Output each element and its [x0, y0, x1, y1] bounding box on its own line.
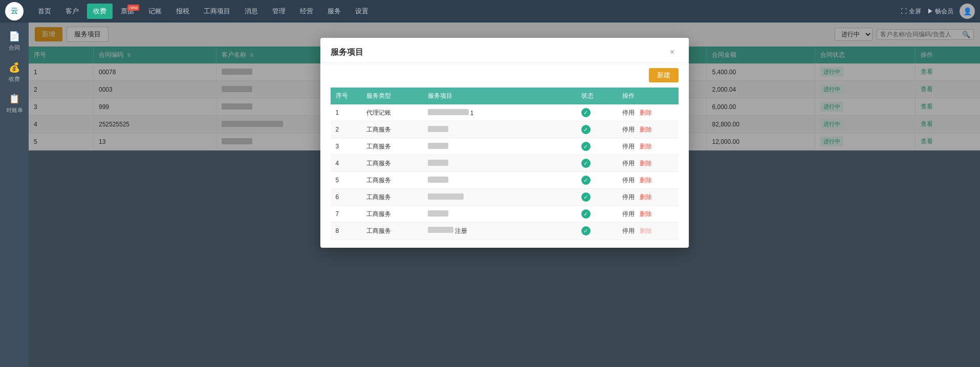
nav-items: 首页 客户 收费 票据 new 记账 报税 工商项目 消息 管理 经营 [32, 4, 901, 19]
status-check-icon: ✓ [581, 125, 591, 134]
modal-table-row: 4 工商服务 ✓ 停用 删除 [331, 155, 679, 172]
nav-customer[interactable]: 客户 [59, 4, 85, 19]
nav-settings[interactable]: 设置 [349, 4, 375, 19]
modal-cell-action: 停用 删除 [617, 223, 679, 240]
stop-button[interactable]: 停用 [622, 193, 635, 201]
delete-button[interactable]: 删除 [640, 210, 652, 218]
status-check-icon: ✓ [581, 142, 591, 151]
modal-cell-item: 注册 [423, 223, 576, 240]
status-check-icon: ✓ [581, 209, 591, 219]
member-btn[interactable]: ▶ 畅会员 [927, 7, 953, 16]
modal-cell-type: 工商服务 [361, 172, 423, 189]
nav-ticket[interactable]: 票据 new [115, 4, 140, 19]
modal-col-item: 服务项目 [423, 88, 576, 104]
nav-tax[interactable]: 报税 [170, 4, 195, 19]
status-check-icon: ✓ [581, 192, 591, 202]
delete-button[interactable]: 删除 [640, 109, 652, 116]
statement-icon: 📋 [9, 93, 20, 104]
nav-message[interactable]: 消息 [238, 4, 264, 19]
nav-business[interactable]: 工商项目 [198, 4, 236, 19]
delete-button[interactable]: 删除 [640, 143, 652, 150]
modal-col-type: 服务类型 [361, 88, 423, 104]
modal-cell-seq: 3 [331, 138, 361, 155]
delete-button[interactable]: 删除 [640, 227, 652, 234]
avatar[interactable]: 👤 [960, 4, 975, 19]
delete-button[interactable]: 删除 [640, 160, 652, 167]
modal-cell-action: 停用 删除 [617, 138, 679, 155]
modal-cell-action: 停用 删除 [617, 121, 679, 138]
contract-icon: 📄 [9, 31, 20, 42]
modal-cell-seq: 2 [331, 121, 361, 138]
modal-cell-seq: 6 [331, 189, 361, 206]
delete-button[interactable]: 删除 [640, 193, 652, 201]
sidebar-label-charge: 收费 [9, 75, 20, 83]
modal-cell-item [423, 121, 576, 138]
nav-account[interactable]: 记账 [142, 4, 168, 19]
top-nav: 云 首页 客户 收费 票据 new 记账 报税 工商项目 消息 管理 [0, 0, 980, 23]
stop-button[interactable]: 停用 [622, 109, 635, 116]
nav-operation[interactable]: 经营 [294, 4, 319, 19]
modal-cell-status: ✓ [576, 138, 617, 155]
stop-button[interactable]: 停用 [622, 143, 635, 150]
status-check-icon: ✓ [581, 108, 591, 117]
status-check-icon: ✓ [581, 226, 591, 235]
modal-cell-seq: 8 [331, 223, 361, 240]
sidebar-label-statement: 对账单 [6, 106, 23, 114]
modal-cell-item [423, 172, 576, 189]
modal-overlay: 服务项目 × 新建 序号 服务类型 服务项目 状态 [29, 23, 980, 367]
modal-cell-seq: 7 [331, 206, 361, 223]
modal-cell-item [423, 155, 576, 172]
nav-manage[interactable]: 管理 [266, 4, 292, 19]
modal-cell-status: ✓ [576, 223, 617, 240]
modal-cell-status: ✓ [576, 121, 617, 138]
app-logo: 云 [5, 2, 24, 20]
charge-icon: 💰 [9, 62, 20, 73]
sidebar-item-statement[interactable]: 📋 对账单 [1, 89, 28, 118]
modal-cell-type: 工商服务 [361, 121, 423, 138]
sidebar: 📄 合同 💰 收费 📋 对账单 [0, 23, 29, 367]
modal-close-button[interactable]: × [666, 46, 679, 58]
nav-charge[interactable]: 收费 [87, 4, 113, 19]
sidebar-item-charge[interactable]: 💰 收费 [1, 58, 28, 87]
modal-table-row: 8 工商服务 注册 ✓ 停用 删除 [331, 223, 679, 240]
modal-cell-type: 工商服务 [361, 155, 423, 172]
modal-cell-action: 停用 删除 [617, 155, 679, 172]
main-layout: 📄 合同 💰 收费 📋 对账单 新增 服务项目 进行中 已完成 已终 [0, 23, 980, 367]
sidebar-label-contract: 合同 [9, 44, 20, 52]
new-badge: new [127, 5, 139, 11]
modal-cell-action: 停用 删除 [617, 206, 679, 223]
stop-button[interactable]: 停用 [622, 210, 635, 218]
modal-cell-item [423, 138, 576, 155]
service-items-modal: 服务项目 × 新建 序号 服务类型 服务项目 状态 [320, 38, 689, 248]
modal-table-row: 5 工商服务 ✓ 停用 删除 [331, 172, 679, 189]
fullscreen-btn[interactable]: ⛶ 全屏 [901, 7, 921, 16]
modal-cell-seq: 4 [331, 155, 361, 172]
nav-home[interactable]: 首页 [32, 4, 57, 19]
service-items-table: 序号 服务类型 服务项目 状态 操作 1 代理记账 1 [331, 88, 679, 240]
modal-col-action: 操作 [617, 88, 679, 104]
modal-cell-seq: 5 [331, 172, 361, 189]
modal-new-button[interactable]: 新建 [649, 68, 679, 82]
modal-cell-action: 停用 删除 [617, 104, 679, 121]
modal-cell-action: 停用 删除 [617, 189, 679, 206]
stop-button[interactable]: 停用 [622, 227, 635, 234]
modal-cell-type: 工商服务 [361, 223, 423, 240]
stop-button[interactable]: 停用 [622, 177, 635, 184]
top-nav-right: ⛶ 全屏 ▶ 畅会员 👤 [901, 4, 975, 19]
modal-cell-status: ✓ [576, 189, 617, 206]
delete-button[interactable]: 删除 [640, 126, 652, 133]
stop-button[interactable]: 停用 [622, 126, 635, 133]
modal-cell-seq: 1 [331, 104, 361, 121]
modal-col-seq: 序号 [331, 88, 361, 104]
modal-cell-status: ✓ [576, 172, 617, 189]
modal-cell-type: 工商服务 [361, 189, 423, 206]
delete-button[interactable]: 删除 [640, 177, 652, 184]
modal-table-row: 3 工商服务 ✓ 停用 删除 [331, 138, 679, 155]
nav-service[interactable]: 服务 [321, 4, 347, 19]
modal-cell-type: 代理记账 [361, 104, 423, 121]
modal-cell-type: 工商服务 [361, 138, 423, 155]
status-check-icon: ✓ [581, 176, 591, 185]
sidebar-item-contract[interactable]: 📄 合同 [1, 27, 28, 56]
modal-cell-item [423, 206, 576, 223]
stop-button[interactable]: 停用 [622, 160, 635, 167]
